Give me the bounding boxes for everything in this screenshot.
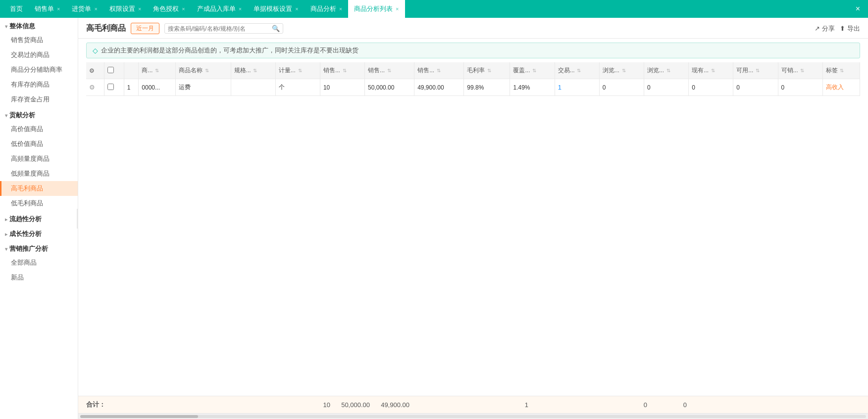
header-actions: ↗ 分享 ⬆ 导出	[815, 24, 860, 33]
sort-icon: ⇅	[435, 68, 441, 73]
col-header-name[interactable]: 商品名称 ⇅	[176, 62, 231, 79]
sidebar: « ▾整体信息销售货商品交易过的商品商品分分辅助商率有库存的商品库存资金占用▾贡…	[0, 18, 78, 419]
notice-bar: ◇ 企业的主要的利润都是这部分商品创造的，可考虑加大推广，同时关注库存是不要出现…	[86, 43, 860, 58]
nav-item-商品分析列表[interactable]: 商品分析列表×	[348, 0, 405, 18]
table-row[interactable]: ⚙10000...运费个1050,000.0049,900.0099.8%1.4…	[86, 79, 860, 96]
nav-close-icon[interactable]: ×	[138, 6, 141, 12]
window-close-button[interactable]: ×	[852, 4, 864, 13]
tag-badge: 高收入	[826, 84, 844, 91]
col-header-code[interactable]: 商... ⇅	[139, 62, 176, 79]
col-header-gross_rate[interactable]: 毛利率 ⇅	[464, 62, 510, 79]
col-header-sales_amount[interactable]: 销售... ⇅	[365, 62, 414, 79]
cell-current: 0	[689, 79, 733, 96]
sidebar-item-sales-goods[interactable]: 销售货商品	[0, 33, 78, 47]
export-button[interactable]: ⬆ 导出	[840, 24, 860, 33]
sidebar-section-treasure[interactable]: ▾贡献分析	[0, 107, 78, 122]
sidebar-item-all-goods[interactable]: 全部商品	[0, 255, 78, 270]
col-header-sales_qty[interactable]: 销售... ⇅	[320, 62, 364, 79]
col-header-unit[interactable]: 计量... ⇅	[275, 62, 320, 79]
nav-item-权限设置[interactable]: 权限设置×	[103, 0, 147, 18]
scrollbar-track	[80, 415, 866, 418]
nav-close-icon[interactable]: ×	[239, 6, 242, 12]
col-header-browse2[interactable]: 浏览... ⇅	[644, 62, 689, 79]
sidebar-item-low-value[interactable]: 低价值商品	[0, 137, 78, 151]
sidebar-item-low-freq[interactable]: 低頻量度商品	[0, 166, 78, 181]
sidebar-section-overall[interactable]: ▾整体信息	[0, 18, 78, 33]
cell-unit: 个	[275, 79, 320, 96]
footer-current: 0	[611, 401, 650, 409]
sidebar-item-traded-goods[interactable]: 交易过的商品	[0, 47, 78, 62]
nav-item-进货单[interactable]: 进货单×	[66, 0, 103, 18]
data-table: ⚙商... ⇅商品名称 ⇅规格... ⇅计量... ⇅销售... ⇅销售... …	[86, 62, 860, 96]
nav-close-icon[interactable]: ×	[182, 6, 185, 12]
sidebar-section-growth[interactable]: ▸成长性分析	[0, 226, 78, 240]
col-header-coverage[interactable]: 覆盖... ⇅	[510, 62, 555, 79]
sidebar-item-goods-score[interactable]: 商品分分辅助商率	[0, 62, 78, 77]
cell-code: 0000...	[139, 79, 176, 96]
sort-icon: ⇅	[710, 68, 715, 73]
col-header-current[interactable]: 现有... ⇅	[689, 62, 733, 79]
horizontal-scrollbar[interactable]	[78, 413, 868, 419]
footer-available: 0	[650, 401, 690, 409]
export-icon: ⬆	[840, 25, 845, 32]
nav-item-首页[interactable]: 首页	[4, 0, 29, 18]
cell-check	[104, 79, 124, 96]
row-checkbox[interactable]	[107, 84, 114, 90]
col-header-trade[interactable]: 交易... ⇅	[555, 62, 599, 79]
nav-item-销售单[interactable]: 销售单×	[29, 0, 66, 18]
nav-label: 商品分析	[310, 4, 336, 13]
sort-icon: ⇅	[252, 68, 257, 73]
footer-sales-amount: 50,000.00	[333, 401, 373, 409]
sidebar-item-high-freq[interactable]: 高頻量度商品	[0, 151, 78, 166]
col-header-sales_cost[interactable]: 销售... ⇅	[414, 62, 464, 79]
scrollbar-thumb[interactable]	[80, 415, 198, 418]
share-button[interactable]: ↗ 分享	[815, 24, 835, 33]
select-all-checkbox[interactable]	[107, 67, 114, 73]
footer-sales-cost: 49,900.00	[373, 401, 412, 409]
sort-icon: ⇅	[531, 68, 537, 73]
col-header-available[interactable]: 可用... ⇅	[733, 62, 778, 79]
sidebar-collapse-button[interactable]: «	[77, 209, 78, 229]
sidebar-section-trend[interactable]: ▸流趋性分析	[0, 211, 78, 226]
nav-item-单据模板设置[interactable]: 单据模板设置×	[248, 0, 304, 18]
sort-icon: ⇅	[204, 68, 209, 73]
trade-link[interactable]: 1	[558, 84, 562, 91]
nav-item-角色授权[interactable]: 角色授权×	[147, 0, 191, 18]
nav-close-icon[interactable]: ×	[396, 6, 399, 12]
sidebar-item-high-value[interactable]: 高价值商品	[0, 122, 78, 137]
col-header-sellable[interactable]: 可销... ⇅	[778, 62, 822, 79]
col-header-tag[interactable]: 标签 ⇅	[822, 62, 860, 79]
sort-icon: ⇅	[799, 68, 805, 73]
nav-label: 商品分析列表	[354, 4, 393, 13]
cell-sales_qty: 10	[320, 79, 364, 96]
nav-close-icon[interactable]: ×	[57, 6, 60, 12]
sidebar-section-marketing[interactable]: ▾营销推广分析	[0, 240, 78, 255]
nav-close-icon[interactable]: ×	[94, 6, 97, 12]
page-title: 高毛利商品	[86, 23, 126, 34]
search-box: 🔍	[164, 23, 283, 34]
arrow-icon: ▾	[5, 113, 7, 118]
filter-month-button[interactable]: 近一月	[131, 23, 159, 34]
col-header-browse1[interactable]: 浏览... ⇅	[599, 62, 644, 79]
nav-close-icon[interactable]: ×	[339, 6, 342, 12]
sidebar-item-high-margin[interactable]: 高毛利商品	[0, 181, 78, 196]
sidebar-item-in-stock[interactable]: 有库存的商品	[0, 77, 78, 92]
notice-icon: ◇	[93, 47, 98, 54]
nav-item-产成品入库单[interactable]: 产成品入库单×	[191, 0, 248, 18]
sidebar-item-capital-rate[interactable]: 库存资金占用	[0, 92, 78, 107]
sidebar-item-low-margin[interactable]: 低毛利商品	[0, 196, 78, 211]
col-header-spec[interactable]: 规格... ⇅	[231, 62, 275, 79]
sidebar-item-new-goods[interactable]: 新品	[0, 270, 78, 285]
section-title: 营销推广分析	[9, 244, 48, 253]
cell-available: 0	[733, 79, 778, 96]
settings-icon[interactable]: ⚙	[89, 84, 95, 91]
search-icon[interactable]: 🔍	[272, 25, 280, 32]
section-title: 贡献分析	[9, 111, 35, 120]
sort-icon: ⇅	[386, 68, 391, 73]
nav-close-icon[interactable]: ×	[295, 6, 298, 12]
table-area[interactable]: ⚙商... ⇅商品名称 ⇅规格... ⇅计量... ⇅销售... ⇅销售... …	[78, 62, 868, 396]
search-input[interactable]	[168, 25, 272, 32]
cell-num: 1	[124, 79, 139, 96]
cell-browse1: 0	[599, 79, 644, 96]
nav-item-商品分析[interactable]: 商品分析×	[305, 0, 348, 18]
